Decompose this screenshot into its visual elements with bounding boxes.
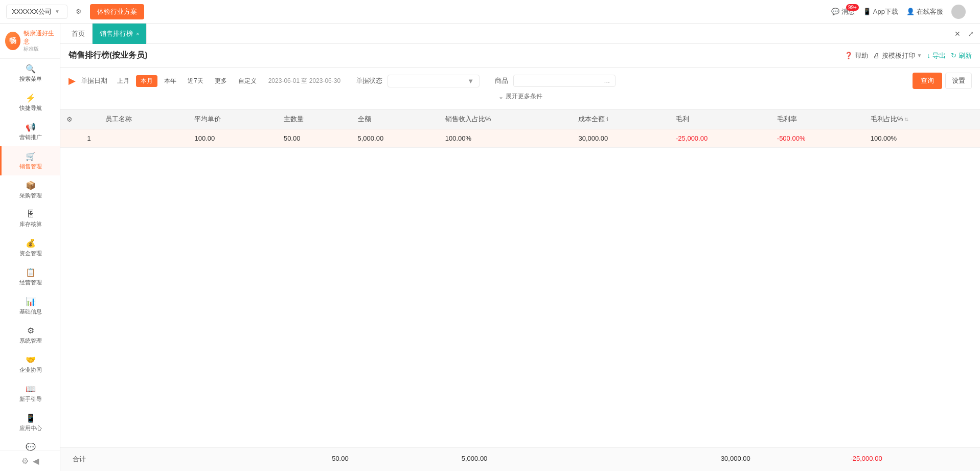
page-title: 销售排行榜(按业务员) <box>69 50 148 61</box>
th-gross: 毛利 <box>670 109 771 129</box>
sidebar-item-label: 营销推广 <box>19 133 42 141</box>
page-actions: ❓ 帮助 🖨 按模板打印 ▼ ↓ 导出 ↻ 刷新 <box>845 51 972 60</box>
tab-sales-rank-label: 销售排行榜 <box>100 29 133 38</box>
app-download-button[interactable]: 📱 App下载 <box>863 7 898 16</box>
top-bar: XXXXXX公司 ▼ ⚙ 体验行业方案 💬 消息 99+ 📱 App下载 👤 在… <box>0 0 980 24</box>
td-gross-pct: 100.00% <box>864 129 980 148</box>
enterprise-icon: 🤝 <box>26 355 36 365</box>
expand-button[interactable]: ⌄ 展开更多条件 <box>498 92 542 101</box>
sidebar-item-marketing[interactable]: 📢 营销推广 <box>0 117 60 146</box>
table-header-row: ⚙ 员工名称 平均单价 主数量 全额 销售收入占比% 成本全额 ℹ <box>60 109 980 129</box>
th-amount: 全额 <box>352 109 439 129</box>
sidebar-settings-icon[interactable]: ⚙ <box>21 456 29 466</box>
table-row: 1 100.00 50.00 5,000.00 100.00% 30,000.0… <box>60 129 980 148</box>
sidebar-item-label: 快捷导航 <box>19 104 42 112</box>
th-employee: 员工名称 <box>99 109 188 129</box>
sidebar-item-sales[interactable]: 🛒 销售管理 <box>0 146 60 175</box>
app-download-label: App下载 <box>873 7 898 16</box>
td-cost: 30,000.00 <box>572 129 670 148</box>
sidebar-item-label: 系统管理 <box>19 337 42 345</box>
tab-expand-icon[interactable]: ⤢ <box>966 28 976 40</box>
export-button[interactable]: ↓ 导出 <box>927 51 946 60</box>
quick-nav-icon: ⚡ <box>26 93 36 103</box>
operation-icon: 📋 <box>26 267 36 277</box>
date-tab-last-month[interactable]: 上月 <box>112 75 134 87</box>
tab-close-icon[interactable]: × <box>136 31 139 37</box>
date-tabs: 上月 本月 本年 近7天 更多 自定义 <box>112 75 261 87</box>
sidebar-item-purchase[interactable]: 📦 采购管理 <box>0 175 60 205</box>
sidebar-bottom: ⚙ ◀ <box>0 451 60 471</box>
sidebar: 畅 畅康通好生意 标准版 🔍 搜索菜单 ⚡ 快捷导航 📢 营销推 <box>0 24 60 471</box>
sidebar-item-enterprise[interactable]: 🤝 企业协同 <box>0 350 60 379</box>
page-header: 销售排行榜(按业务员) ❓ 帮助 🖨 按模板打印 ▼ ↓ 导出 <box>60 44 980 68</box>
th-settings[interactable]: ⚙ <box>60 109 79 129</box>
message-button[interactable]: 💬 消息 99+ <box>831 7 855 16</box>
date-tab-more[interactable]: 更多 <box>210 75 232 87</box>
expand-row: ⌄ 展开更多条件 <box>69 89 972 104</box>
sidebar-item-wechat[interactable]: 💬 企业微信 <box>0 437 60 451</box>
company-selector[interactable]: XXXXXX公司 ▼ <box>6 5 67 19</box>
settings-icon[interactable]: ⚙ <box>72 5 86 19</box>
tab-close-all-icon[interactable]: ✕ <box>952 28 963 40</box>
help-label: 帮助 <box>855 51 868 60</box>
td-sales-pct: 100.00% <box>439 129 573 148</box>
filter-collapse-icon[interactable]: ▶ <box>69 75 76 86</box>
message-icon: 💬 <box>831 8 839 15</box>
goods-input[interactable]: … <box>513 75 616 87</box>
basic-info-icon: 📊 <box>26 297 36 306</box>
sidebar-item-quick-nav[interactable]: ⚡ 快捷导航 <box>0 88 60 117</box>
main-layout: 畅 畅康通好生意 标准版 🔍 搜索菜单 ⚡ 快捷导航 📢 营销推 <box>0 24 980 471</box>
sidebar-item-system[interactable]: ⚙ 系统管理 <box>0 321 60 350</box>
sidebar-item-search[interactable]: 🔍 搜索菜单 <box>0 59 60 88</box>
top-right-actions: 💬 消息 99+ 📱 App下载 👤 在线客服 <box>831 5 974 19</box>
print-button[interactable]: 🖨 按模板打印 ▼ <box>873 51 922 60</box>
tab-home[interactable]: 首页 <box>64 24 93 44</box>
phone-icon: 📱 <box>863 8 871 15</box>
marketing-icon: 📢 <box>26 122 36 132</box>
th-sales-pct: 销售收入占比% <box>439 109 573 129</box>
sidebar-collapse-icon[interactable]: ◀ <box>33 456 39 466</box>
query-button[interactable]: 查询 <box>913 73 942 89</box>
filter-row: ▶ 单据日期 上月 本月 本年 近7天 更多 自定义 2023-06-01 至 … <box>69 73 972 89</box>
filter-area: ▶ 单据日期 上月 本月 本年 近7天 更多 自定义 2023-06-01 至 … <box>60 68 980 109</box>
sidebar-item-basic-info[interactable]: 📊 基础信息 <box>0 291 60 321</box>
sidebar-item-app[interactable]: 📱 应用中心 <box>0 408 60 437</box>
sales-icon: 🛒 <box>26 151 36 161</box>
footer-qty: 50.00 <box>326 453 455 466</box>
date-tab-custom[interactable]: 自定义 <box>234 75 261 87</box>
th-avg-price: 平均单价 <box>188 109 277 129</box>
date-filter-label: 单据日期 <box>81 76 107 85</box>
tab-sales-rank[interactable]: 销售排行榜 × <box>93 24 147 44</box>
footer-row: 合计 50.00 5,000.00 30,000.00 -25,000.00 <box>66 453 974 466</box>
td-index: 1 <box>79 129 99 148</box>
th-cost-info: 成本全额 ℹ <box>578 115 608 124</box>
refresh-label: 刷新 <box>959 51 972 60</box>
status-select[interactable]: ▼ <box>388 75 480 87</box>
company-name: XXXXXX公司 <box>12 7 52 16</box>
sidebar-menu: 🔍 搜索菜单 ⚡ 快捷导航 📢 营销推广 🛒 销售管理 📦 采购管理 <box>0 59 60 451</box>
settings-button[interactable]: 设置 <box>945 73 972 89</box>
footer-label: 合计 <box>66 453 196 466</box>
sidebar-item-inventory[interactable]: 🗄 库存核算 <box>0 205 60 233</box>
date-tab-this-month[interactable]: 本月 <box>136 75 157 87</box>
sidebar-logo: 畅 畅康通好生意 标准版 <box>0 24 60 59</box>
date-tab-7days[interactable]: 近7天 <box>183 75 208 87</box>
refresh-button[interactable]: ↻ 刷新 <box>951 51 972 60</box>
expand-label: 展开更多条件 <box>506 92 542 101</box>
gross-pct-sort-icon[interactable]: ⇅ <box>904 117 908 122</box>
search-icon: 🔍 <box>26 64 36 74</box>
logo-line2: 标准版 <box>24 46 55 52</box>
online-service-button[interactable]: 👤 在线客服 <box>906 7 943 16</box>
trial-button[interactable]: 体验行业方案 <box>90 4 144 19</box>
status-arrow-icon: ▼ <box>467 77 474 85</box>
date-tab-this-year[interactable]: 本年 <box>159 75 181 87</box>
goods-filter-label: 商品 <box>495 76 508 85</box>
sidebar-item-finance[interactable]: 💰 资金管理 <box>0 233 60 262</box>
sidebar-item-guide[interactable]: 📖 新手引导 <box>0 379 60 408</box>
cost-info-icon[interactable]: ℹ <box>606 116 608 123</box>
avatar[interactable] <box>951 5 966 19</box>
sidebar-item-label: 资金管理 <box>19 250 42 257</box>
sidebar-item-operation[interactable]: 📋 经营管理 <box>0 262 60 291</box>
th-index <box>79 109 99 129</box>
help-button[interactable]: ❓ 帮助 <box>845 51 868 60</box>
